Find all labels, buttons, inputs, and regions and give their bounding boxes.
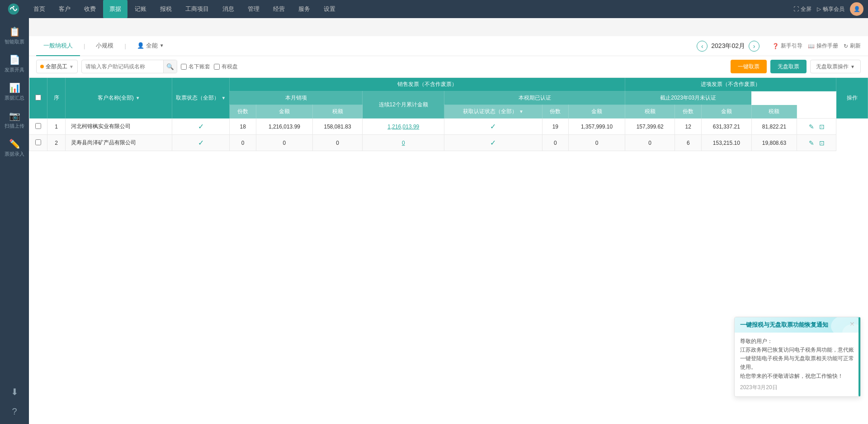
sidebar-help-icon[interactable]: ? — [9, 404, 19, 419]
search-box: 🔍 — [81, 60, 177, 73]
row1-ticket-status: ✓ — [172, 119, 230, 135]
tab-small-scale[interactable]: 小规模 — [89, 36, 121, 56]
tax-disk-label: 有税盘 — [222, 63, 238, 71]
nav-tax[interactable]: 报税 — [154, 0, 178, 18]
guide-link[interactable]: ❓ 新手引导 — [772, 42, 802, 50]
play-icon: ▷ — [817, 6, 821, 12]
tab-general-taxpayer[interactable]: 一般纳税人 — [36, 36, 80, 56]
search-input[interactable] — [82, 63, 163, 70]
table-row: 2 灵寿县尚泽矿产品有限公司 ✓ 0 0 0 0 ✓ 0 0 0 6 153,2… — [29, 135, 868, 151]
nav-service[interactable]: 服务 — [292, 0, 316, 18]
fullscreen-btn[interactable]: ⛶ 全屏 — [793, 5, 811, 13]
nav-invoice[interactable]: 票据 — [103, 0, 127, 18]
search-button[interactable]: 🔍 — [163, 60, 177, 73]
next-period-btn[interactable]: › — [749, 41, 760, 52]
nav-manage[interactable]: 管理 — [241, 0, 266, 18]
index-col-header: 序 — [47, 78, 66, 119]
notification-scrollbar[interactable] — [859, 317, 860, 396]
nav-home[interactable]: 首页 — [27, 0, 52, 18]
diskless-operation-btn[interactable]: 无盘取票操作 ▼ — [810, 60, 861, 73]
operation-col-header: 操作 — [836, 78, 868, 119]
svg-point-1 — [13, 6, 14, 8]
fullscreen-icon: ⛶ — [793, 6, 799, 12]
table-body: 1 河北柯镕枫实业有限公司 ✓ 18 1,216,013.99 158,081.… — [29, 119, 868, 151]
row1-uncert-count: 12 — [675, 119, 702, 135]
guide-label: 新手引导 — [781, 42, 802, 50]
row2-edit-icon[interactable]: ✎ — [809, 139, 814, 147]
sidebar-item-entry[interactable]: ✏️ 票据录入 — [1, 135, 28, 161]
table-row: 1 河北柯镕枫实业有限公司 ✓ 18 1,216,013.99 158,081.… — [29, 119, 868, 135]
uncert-count-header: 份数 — [675, 105, 702, 119]
sidebar-item-scan[interactable]: 📷 扫描上传 — [1, 107, 28, 133]
nav-billing[interactable]: 收费 — [78, 0, 102, 18]
sidebar-item-smart-ticket[interactable]: 📋 智能取票 — [1, 23, 28, 49]
tax-disk-checkbox-label[interactable]: 有税盘 — [214, 63, 238, 71]
row2-cert-status: ✓ — [444, 135, 542, 151]
account-checkbox-label[interactable]: 名下账套 — [181, 63, 210, 71]
logo — [5, 0, 23, 18]
notification-text: 江苏政务网已恢复访问电子税务局功能，意代账一键登陆电子税务局与无盘取票相关功能可… — [740, 346, 855, 372]
employee-select[interactable]: 全部员工 ▼ — [36, 60, 78, 73]
row1-sale-12m-link[interactable]: 1,216,013.99 — [387, 124, 419, 130]
avatar[interactable]: 👤 — [850, 2, 863, 16]
row2-ticket-status: ✓ — [172, 135, 230, 151]
manual-label: 操作手册 — [816, 42, 838, 50]
tab-divider-1: | — [84, 43, 85, 49]
row2-copy-icon[interactable]: ⊡ — [819, 139, 825, 147]
row1-sale-amount: 1,216,013.99 — [256, 119, 313, 135]
smart-ticket-icon: 📋 — [9, 26, 20, 37]
cert-status-filter-icon[interactable]: ▼ — [519, 109, 524, 114]
select-all-checkbox[interactable] — [35, 95, 41, 100]
cert-tax-header: 税额 — [625, 105, 675, 119]
nav-business[interactable]: 工商项目 — [179, 0, 215, 18]
sidebar-label-entry: 票据录入 — [5, 151, 24, 157]
row1-copy-icon[interactable]: ⊡ — [819, 123, 825, 130]
account-label: 名下账套 — [189, 63, 210, 71]
row1-select[interactable] — [35, 123, 41, 129]
nav-right: ⛶ 全屏 ▷ 畅享会员 👤 — [793, 2, 863, 16]
row1-sale-12m[interactable]: 1,216,013.99 — [363, 119, 444, 135]
row1-operations: ✎ ⊡ — [797, 119, 836, 135]
sidebar-label-scan: 扫描上传 — [5, 123, 24, 129]
manual-link[interactable]: 📖 操作手册 — [808, 42, 838, 50]
prev-period-btn[interactable]: ‹ — [697, 41, 708, 52]
summary-icon: 📊 — [9, 82, 20, 93]
diskless-op-label: 无盘取票操作 — [816, 63, 849, 71]
row1-edit-icon[interactable]: ✎ — [809, 123, 814, 130]
nav-bookkeeping[interactable]: 记账 — [128, 0, 153, 18]
refresh-label: 刷新 — [850, 42, 861, 50]
member-btn[interactable]: ▷ 畅享会员 — [817, 5, 844, 13]
notification-sorry: 给您带来的不便敬请谅解，祝您工作愉快！ — [740, 372, 855, 381]
sidebar-item-summary[interactable]: 📊 票据汇总 — [1, 79, 28, 105]
sidebar-item-invoice-open[interactable]: 📄 发票开具 — [1, 51, 28, 77]
row1-cert-count: 19 — [542, 119, 569, 135]
refresh-link[interactable]: ↻ 刷新 — [844, 42, 861, 50]
sidebar-label-invoice-open: 发票开具 — [5, 67, 24, 73]
row2-sale-amount: 0 — [256, 135, 313, 151]
nav-settings[interactable]: 设置 — [317, 0, 342, 18]
nav-message[interactable]: 消息 — [216, 0, 241, 18]
account-checkbox[interactable] — [181, 64, 187, 70]
twelve-month-header: 连续12个月累计金额 — [363, 91, 444, 119]
ticket-status-filter-icon[interactable]: ▼ — [221, 95, 226, 100]
one-click-ticket-btn[interactable]: 一键取票 — [731, 60, 767, 73]
customer-name-col-header: 客户名称(全部) ▼ — [66, 78, 172, 119]
uncertified-header: 截止2023年03月未认证 — [625, 91, 752, 105]
row2-sale-12m[interactable]: 0 — [363, 135, 444, 151]
nav-operation[interactable]: 经营 — [267, 0, 291, 18]
monthly-sales-header: 本月销项 — [230, 91, 363, 105]
sidebar: 📋 智能取票 📄 发票开具 📊 票据汇总 📷 扫描上传 ✏️ 票据录入 ⬇ ? — [0, 18, 29, 424]
row2-checkbox[interactable] — [29, 135, 47, 151]
tab-all[interactable]: 👤 全能 ▼ — [130, 36, 171, 56]
sales-invoice-header: 销售发票（不含作废票） — [230, 78, 625, 91]
row2-sale-12m-link[interactable]: 0 — [402, 140, 405, 146]
row2-operations: ✎ ⊡ — [797, 135, 836, 151]
tax-disk-checkbox[interactable] — [214, 64, 220, 70]
diskless-ticket-btn[interactable]: 无盘取票 — [770, 60, 807, 73]
sidebar-download-icon[interactable]: ⬇ — [8, 384, 21, 400]
row1-cert-amount: 1,357,999.10 — [569, 119, 625, 135]
row1-checkbox[interactable] — [29, 119, 47, 135]
row2-select[interactable] — [35, 139, 41, 145]
customer-filter-icon[interactable]: ▼ — [136, 95, 140, 100]
nav-customer[interactable]: 客户 — [52, 0, 77, 18]
